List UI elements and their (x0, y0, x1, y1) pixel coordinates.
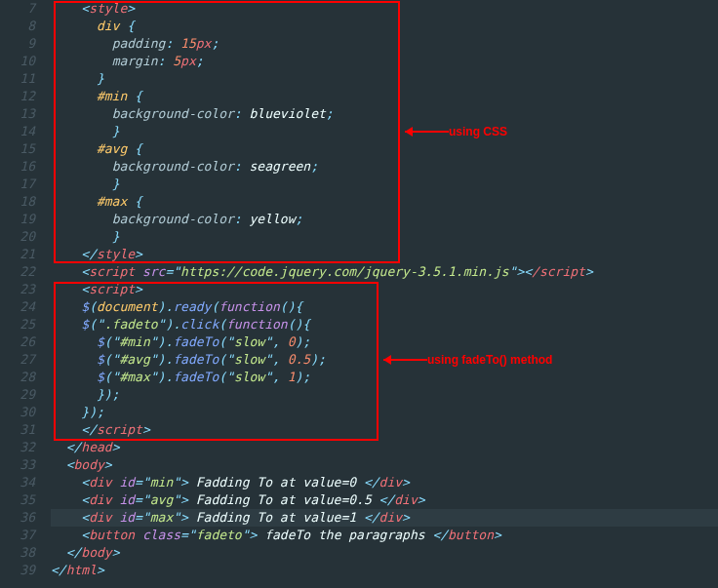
line-number: 9 (0, 35, 35, 53)
line-number: 38 (0, 544, 35, 562)
line-number: 23 (0, 281, 35, 298)
line-number: 7 (0, 0, 35, 18)
line-number: 10 (0, 53, 35, 70)
code-line[interactable]: <button class="fadeto"> fadeTo the parag… (51, 527, 718, 544)
annotation-arrow-fadeto: using fadeTo() method (383, 353, 552, 367)
line-number: 22 (0, 263, 35, 281)
code-line[interactable]: </html> (51, 562, 718, 579)
annotation-box-css (54, 1, 400, 263)
line-number: 19 (0, 211, 35, 228)
line-number: 31 (0, 421, 35, 439)
line-number: 24 (0, 298, 35, 316)
line-number: 20 (0, 228, 35, 246)
line-number: 21 (0, 246, 35, 263)
line-number: 39 (0, 562, 35, 579)
code-line[interactable]: <div id="max"> Fadding To at value=1 </d… (51, 509, 718, 527)
line-number: 13 (0, 105, 35, 123)
arrow-head-icon (383, 355, 391, 365)
line-number: 26 (0, 333, 35, 351)
code-line[interactable]: <div id="avg"> Fadding To at value=0.5 <… (51, 491, 718, 509)
line-number: 34 (0, 474, 35, 491)
line-number: 32 (0, 439, 35, 456)
code-line[interactable]: </body> (51, 544, 718, 562)
line-number: 15 (0, 140, 35, 158)
annotation-arrow-css: using CSS (405, 125, 507, 138)
annotation-label: using CSS (449, 125, 507, 138)
line-number: 12 (0, 88, 35, 105)
line-number: 14 (0, 123, 35, 140)
line-number: 29 (0, 386, 35, 404)
line-number: 28 (0, 369, 35, 386)
line-number: 35 (0, 491, 35, 509)
line-number: 17 (0, 176, 35, 193)
line-number: 33 (0, 456, 35, 474)
line-number: 27 (0, 351, 35, 369)
line-number: 18 (0, 193, 35, 211)
line-number: 36 (0, 509, 35, 527)
line-number-gutter: 7 8 9 10 11 12 13 14 15 16 17 18 19 20 2… (0, 0, 47, 579)
line-number: 30 (0, 404, 35, 421)
annotation-label: using fadeTo() method (427, 353, 552, 367)
code-line[interactable]: </head> (51, 439, 718, 456)
annotation-box-fadeto (54, 282, 379, 441)
line-number: 11 (0, 70, 35, 88)
code-line[interactable]: <script src="https://code.jquery.com/jqu… (51, 263, 718, 281)
line-number: 16 (0, 158, 35, 176)
line-number: 8 (0, 18, 35, 35)
line-number: 37 (0, 527, 35, 544)
line-number: 25 (0, 316, 35, 333)
code-line[interactable]: <body> (51, 456, 718, 474)
arrow-head-icon (405, 127, 413, 137)
code-line[interactable]: <div id="min"> Fadding To at value=0 </d… (51, 474, 718, 491)
